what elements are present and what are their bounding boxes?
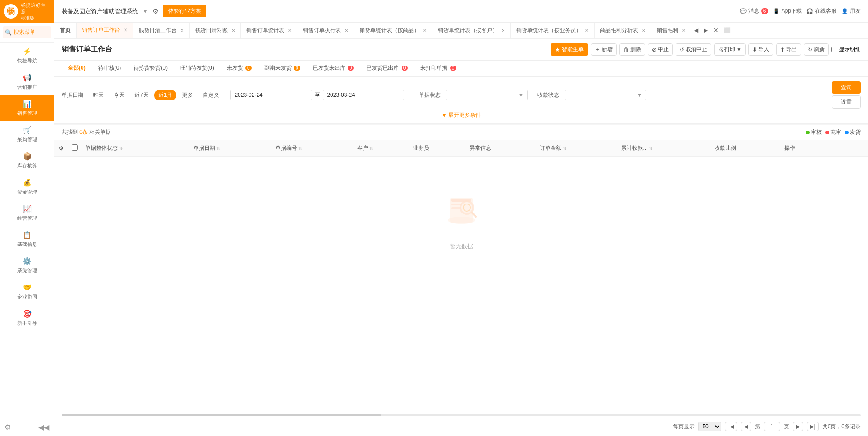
col-collected-sort[interactable]: 累计收款... ⇅ <box>621 144 707 152</box>
setting-button[interactable]: 设置 <box>832 95 861 109</box>
tab-home[interactable]: 首页 <box>54 23 77 38</box>
subtab-not-shipped[interactable]: 未发货 0 <box>221 61 258 76</box>
sidebar-item-marketing[interactable]: 📢 营销推广 <box>0 69 54 95</box>
ship-button[interactable]: 发货 <box>845 128 861 136</box>
scrollbar-thumb[interactable] <box>62 414 381 416</box>
tab-cash-daily-close[interactable]: ✕ <box>180 28 184 33</box>
online-service-area[interactable]: 🎧 在线客服 <box>806 7 837 15</box>
date-yesterday-button[interactable]: 昨天 <box>89 90 108 100</box>
settings-icon[interactable]: ⚙ <box>5 423 11 431</box>
tab-nav-next-button[interactable]: ▶ <box>701 23 710 38</box>
audit-button[interactable]: 审核 <box>806 128 822 136</box>
subtab-overdue-not-shipped[interactable]: 到期未发货 0 <box>258 61 307 76</box>
tab-cash-daily[interactable]: 钱货日清工作台 ✕ <box>133 23 190 38</box>
show-detail-label[interactable]: 显示明细 <box>831 46 861 53</box>
tab-gross-profit[interactable]: 商品毛利分析表 ✕ <box>595 23 651 38</box>
horizontal-scrollbar[interactable] <box>54 412 868 417</box>
subtab-pending-review[interactable]: 待审核(0) <box>92 61 128 76</box>
search-menu-button[interactable]: 🔍 搜索菜单 <box>3 26 51 38</box>
tab-sales-by-customer-close[interactable]: ✕ <box>501 28 505 33</box>
sidebar-item-finance[interactable]: 💰 资金管理 <box>0 174 54 200</box>
status-filter-select[interactable]: ▼ <box>446 90 528 100</box>
subtab-shipped-not-out[interactable]: 已发货未出库 0 <box>307 61 360 76</box>
select-all-checkbox[interactable] <box>72 144 78 151</box>
col-number-sort[interactable]: 单据编号 ⇅ <box>275 144 350 152</box>
expand-filter-button[interactable]: ▼ 展开更多条件 <box>441 111 481 119</box>
tab-sales-stat-close[interactable]: ✕ <box>288 28 292 33</box>
payment-status-filter-select[interactable]: ▼ <box>565 90 646 100</box>
tab-sales-by-staff[interactable]: 销货单统计表（按业务员） ✕ <box>511 23 595 38</box>
topbar-gear-icon[interactable]: ⚙ <box>153 8 158 15</box>
page-prev-button[interactable]: ◀ <box>741 422 751 431</box>
sidebar-item-basic-info[interactable]: 📋 基础信息 <box>0 226 54 252</box>
tab-maximize-button[interactable]: ⬜ <box>721 23 734 38</box>
tab-sales-by-product[interactable]: 销货单统计表（按商品） ✕ <box>354 23 432 38</box>
date-today-button[interactable]: 今天 <box>110 90 129 100</box>
col-amount-sort[interactable]: 订单金额 ⇅ <box>540 144 614 152</box>
tab-sales-gross-close[interactable]: ✕ <box>682 28 686 33</box>
date-1month-button[interactable]: 近1月 <box>154 90 177 100</box>
tab-nav-prev-button[interactable]: ◀ <box>691 23 701 38</box>
page-size-select[interactable]: 10 20 50 100 <box>698 422 721 431</box>
sidebar-item-guide[interactable]: 🎯 新手引导 <box>0 305 54 331</box>
tab-sales-by-customer[interactable]: 销货单统计表（按客户） ✕ <box>432 23 511 38</box>
tab-sales-by-staff-close[interactable]: ✕ <box>585 28 589 33</box>
cancel-audit-button[interactable]: 充审 <box>825 128 841 136</box>
tab-sales-gross[interactable]: 销售毛利 ✕ <box>651 23 691 38</box>
date-from-input[interactable] <box>230 90 312 100</box>
date-7days-button[interactable]: 近7天 <box>130 90 153 100</box>
page-last-button[interactable]: ▶| <box>807 422 819 431</box>
tab-cash-reconcile[interactable]: 钱货日清对账 ✕ <box>190 23 241 38</box>
subtab-all[interactable]: 全部(0) <box>62 61 92 76</box>
date-more-button[interactable]: 更多 <box>178 90 197 100</box>
subtab-pending-inspect[interactable]: 待拣货验货(0) <box>127 61 174 76</box>
tab-sales-by-product-close[interactable]: ✕ <box>423 28 427 33</box>
topbar-dropdown-icon[interactable]: ▼ <box>143 8 148 14</box>
tab-cash-reconcile-close[interactable]: ✕ <box>231 28 235 33</box>
page-number-input[interactable] <box>764 422 780 431</box>
tab-close-all-button[interactable]: ✕ <box>710 23 721 38</box>
date-to-input[interactable] <box>323 90 404 100</box>
subtab-not-printed[interactable]: 未打印单据 0 <box>414 61 462 76</box>
sidebar-item-system[interactable]: ⚙️ 系统管理 <box>0 252 54 279</box>
export-button[interactable]: ⬆ 导出 <box>776 43 801 56</box>
show-detail-checkbox[interactable] <box>831 47 837 52</box>
sidebar-search-area[interactable]: 🔍 搜索菜单 <box>0 23 54 43</box>
print-button[interactable]: 🖨 打印 ▼ <box>714 43 746 56</box>
col-date-sort[interactable]: 单据日期 ⇅ <box>193 144 268 152</box>
industry-solution-button[interactable]: 体验行业方案 <box>163 5 206 17</box>
query-button[interactable]: 查询 <box>832 81 861 94</box>
col-status-sort[interactable]: 单据整体状态 ⇅ <box>85 144 186 152</box>
tab-sales-workbench-close[interactable]: ✕ <box>124 28 127 33</box>
stop-button[interactable]: ⊘ 中止 <box>648 43 673 56</box>
tab-gross-profit-close[interactable]: ✕ <box>642 28 645 33</box>
tab-sales-exec[interactable]: 销售订单执行表 ✕ <box>297 23 354 38</box>
sidebar-item-operations[interactable]: 📈 经营管理 <box>0 200 54 226</box>
delete-button[interactable]: 🗑 删除 <box>619 43 645 56</box>
sidebar-item-sales[interactable]: 📊 销售管理 <box>0 95 54 121</box>
add-button[interactable]: ＋ 新增 <box>591 43 617 56</box>
sidebar-item-enterprise[interactable]: 🤝 企业协同 <box>0 279 54 305</box>
subtab-wangpu-pending[interactable]: 旺铺待发货(0) <box>174 61 221 76</box>
collapse-icon[interactable]: ◀◀ <box>38 423 49 431</box>
page-first-button[interactable]: |◀ <box>725 422 737 431</box>
date-custom-button[interactable]: 自定义 <box>199 90 223 100</box>
tab-sales-exec-close[interactable]: ✕ <box>345 28 348 33</box>
smart-create-button[interactable]: ★ 智能生单 <box>551 43 588 56</box>
message-area[interactable]: 💬 消息 6 <box>740 7 768 15</box>
cancel-stop-button[interactable]: ↺ 取消中止 <box>676 43 711 56</box>
app-download-area[interactable]: 📱 App下载 <box>773 7 802 15</box>
sidebar-item-purchase[interactable]: 🛒 采购管理 <box>0 121 54 147</box>
import-button[interactable]: ⬇ 导入 <box>748 43 773 56</box>
tab-sales-workbench[interactable]: 销售订单工作台 ✕ <box>77 23 133 38</box>
sidebar-item-quick-nav[interactable]: ⚡ 快捷导航 <box>0 43 54 69</box>
user-area[interactable]: 👤 用友 <box>841 7 861 15</box>
col-settings-icon[interactable]: ⚙ <box>59 145 64 152</box>
refresh-button[interactable]: ↻ 刷新 <box>804 43 829 56</box>
tab-sales-stat[interactable]: 销售订单统计表 ✕ <box>241 23 297 38</box>
sidebar-item-inventory[interactable]: 📦 库存核算 <box>0 147 54 174</box>
col-customer-sort[interactable]: 客户 ⇅ <box>357 144 406 152</box>
page-next-button[interactable]: ▶ <box>793 422 803 431</box>
ship-dot <box>845 131 849 134</box>
subtab-shipped-out[interactable]: 已发货已出库 0 <box>360 61 414 76</box>
